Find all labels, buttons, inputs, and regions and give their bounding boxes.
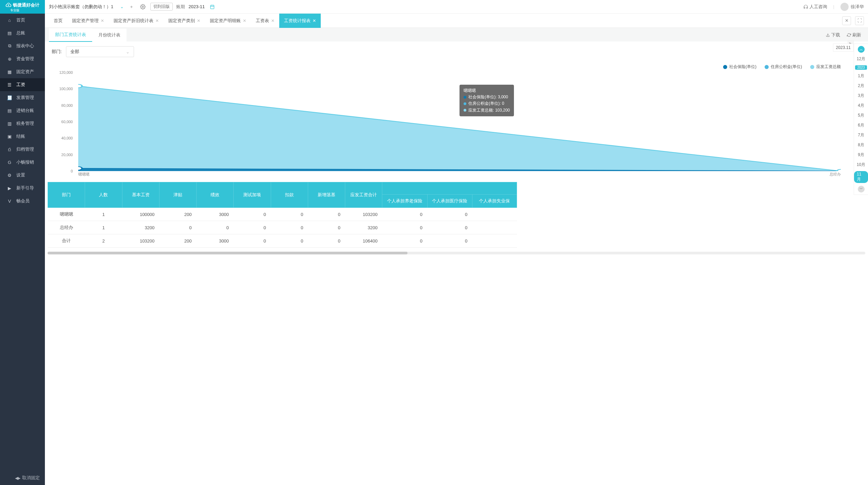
svg-rect-1 bbox=[211, 5, 214, 9]
sidebar-item-6[interactable]: 🧾发票管理 bbox=[0, 91, 45, 104]
nav-icon: ⊕ bbox=[7, 56, 12, 62]
scroll-thumb[interactable] bbox=[48, 252, 407, 254]
sidebar-item-11[interactable]: G小畅报销 bbox=[0, 156, 45, 169]
headset-icon bbox=[803, 4, 808, 9]
refresh-button[interactable]: 刷新 bbox=[847, 32, 861, 38]
download-label: 下载 bbox=[831, 32, 840, 38]
nav-icon: ⌂ bbox=[7, 17, 12, 23]
table-row: 总经办1320000000320000 bbox=[48, 221, 517, 234]
table-row: 嗯嗯嗯1100000200300000010320000 bbox=[48, 208, 517, 221]
account-selector[interactable]: 刘小艳演示账套（勿删勿动！）1 ⌄ bbox=[49, 4, 124, 10]
legend-item-salary[interactable]: 应发工资总额 bbox=[810, 64, 841, 70]
nav-icon: ▶ bbox=[7, 185, 12, 191]
sidebar-item-1[interactable]: ▤总账 bbox=[0, 27, 45, 39]
brand-sub: 专业版 bbox=[0, 8, 19, 13]
close-icon[interactable]: ✕ bbox=[313, 18, 316, 23]
sidebar-item-12[interactable]: ⚙设置 bbox=[0, 169, 45, 182]
settings-icon[interactable] bbox=[139, 3, 147, 11]
sidebar-pin-toggle[interactable]: ◀▸ 取消固定 bbox=[0, 471, 45, 485]
nav-icon: 🧾 bbox=[7, 95, 12, 100]
sidebar-item-3[interactable]: ⊕资金管理 bbox=[0, 52, 45, 65]
rail-date-tag: 2023.11 bbox=[833, 44, 854, 52]
tooltip-dot-icon bbox=[464, 109, 466, 112]
rail-month[interactable]: 9月 bbox=[858, 151, 864, 158]
dept-select[interactable]: 全部 ⌄ bbox=[66, 46, 134, 57]
sidebar-item-8[interactable]: ▥税务管理 bbox=[0, 117, 45, 130]
sidebar-item-2[interactable]: ⧉报表中心 bbox=[0, 39, 45, 52]
rail-month[interactable]: 11月 bbox=[854, 171, 868, 183]
close-icon[interactable]: ✕ bbox=[197, 18, 200, 23]
sidebar-item-0[interactable]: ⌂首页 bbox=[0, 14, 45, 27]
legend-dot-icon bbox=[765, 65, 769, 69]
switch-old-button[interactable]: 切到旧版 bbox=[150, 3, 173, 11]
nav-icon: ▥ bbox=[7, 121, 12, 126]
tab-0[interactable]: 首页 bbox=[49, 14, 67, 28]
consult-link[interactable]: 人工咨询 bbox=[803, 4, 827, 10]
brand-text: 畅捷通好会计 bbox=[13, 2, 39, 8]
data-table: 部门人数基本工资津贴绩效测试加项扣款新增茎基应发工资合计 个人承担养老保险个人承… bbox=[48, 182, 865, 248]
tab-label: 固定资产折旧统计表 bbox=[114, 18, 153, 24]
sidebar: 畅捷通好会计 专业版 ⌂首页▤总账⧉报表中心⊕资金管理▦固定资产☰工资🧾发票管理… bbox=[0, 0, 45, 485]
sidebar-item-7[interactable]: ▤进销台账 bbox=[0, 104, 45, 117]
sidebar-item-5[interactable]: ☰工资 bbox=[0, 78, 45, 91]
period-value[interactable]: 2023-11 bbox=[188, 4, 205, 9]
sidebar-item-9[interactable]: ▣结账 bbox=[0, 130, 45, 143]
sidebar-item-4[interactable]: ▦固定资产 bbox=[0, 65, 45, 78]
close-icon[interactable]: ✕ bbox=[101, 18, 104, 23]
rail-up-button[interactable]: ︽ bbox=[858, 46, 865, 53]
tab-1[interactable]: 固定资产管理✕ bbox=[67, 14, 109, 28]
nav-icon: ⧉ bbox=[7, 43, 12, 49]
rail-month[interactable]: 3月 bbox=[858, 92, 864, 99]
rail-month[interactable]: 10月 bbox=[857, 161, 865, 168]
legend-item-fund[interactable]: 住房公积金(单位) bbox=[765, 64, 802, 70]
close-icon[interactable]: ✕ bbox=[243, 18, 246, 23]
tab-3[interactable]: 固定资产类别✕ bbox=[164, 14, 205, 28]
legend-label: 社会保险(单位) bbox=[729, 64, 756, 70]
horizontal-scrollbar[interactable] bbox=[48, 252, 865, 254]
tab-5[interactable]: 工资表✕ bbox=[251, 14, 279, 28]
rail-month[interactable]: 6月 bbox=[858, 122, 864, 129]
rail-month[interactable]: 12月 bbox=[857, 55, 865, 63]
nav-label: 设置 bbox=[16, 172, 25, 178]
svg-point-6 bbox=[837, 169, 841, 171]
rail-month[interactable]: 8月 bbox=[858, 141, 864, 149]
download-button[interactable]: 下载 bbox=[826, 32, 840, 38]
dept-select-value: 全部 bbox=[70, 49, 79, 55]
tab-2[interactable]: 固定资产折旧统计表✕ bbox=[109, 14, 164, 28]
user-menu[interactable]: 徐泽华 bbox=[840, 3, 864, 11]
nav-label: 总账 bbox=[16, 30, 25, 36]
nav-icon: ▣ bbox=[7, 134, 12, 139]
rail-month[interactable]: 7月 bbox=[858, 132, 864, 139]
sidebar-item-14[interactable]: V畅会员 bbox=[0, 195, 45, 207]
fullscreen-button[interactable]: ⛶ bbox=[855, 16, 864, 25]
nav-icon: V bbox=[7, 198, 12, 204]
nav-label: 进销台账 bbox=[16, 107, 34, 114]
tab-label: 首页 bbox=[54, 18, 63, 24]
legend-dot-icon bbox=[723, 65, 727, 69]
sidebar-item-10[interactable]: ⎙归档管理 bbox=[0, 143, 45, 156]
legend-item-insurance[interactable]: 社会保险(单位) bbox=[723, 64, 756, 70]
subtab-dept-stats[interactable]: 部门工资统计表 bbox=[49, 28, 92, 42]
sidebar-item-13[interactable]: ▶新手引导 bbox=[0, 182, 45, 195]
x-tick: 总经办 bbox=[830, 172, 841, 177]
rail-month[interactable]: 1月 bbox=[858, 72, 864, 80]
y-tick: 20,000 bbox=[61, 153, 73, 157]
rail-month[interactable]: 2月 bbox=[858, 82, 864, 89]
tab-6[interactable]: 工资统计报表✕ bbox=[279, 14, 321, 28]
add-account-button[interactable]: ＋ bbox=[127, 3, 135, 11]
rail-month[interactable]: 5月 bbox=[858, 112, 864, 119]
close-icon[interactable]: ✕ bbox=[271, 18, 274, 23]
nav-icon: ⎙ bbox=[7, 147, 12, 152]
close-icon[interactable]: ✕ bbox=[155, 18, 159, 23]
rail-month[interactable]: 4月 bbox=[858, 102, 864, 109]
avatar bbox=[840, 3, 849, 11]
rail-down-button[interactable]: ︾ bbox=[858, 186, 865, 193]
rail-year-badge: 2023 bbox=[855, 65, 867, 70]
close-tabs-button[interactable]: ✕ bbox=[842, 16, 851, 25]
calendar-icon[interactable] bbox=[208, 3, 216, 11]
subtab-month-stats[interactable]: 月份统计表 bbox=[92, 29, 127, 41]
chevron-down-icon: ⌄ bbox=[120, 4, 124, 9]
nav-label: 新手引导 bbox=[16, 185, 34, 191]
y-tick: 80,000 bbox=[61, 103, 73, 107]
tab-4[interactable]: 固定资产明细账✕ bbox=[205, 14, 251, 28]
